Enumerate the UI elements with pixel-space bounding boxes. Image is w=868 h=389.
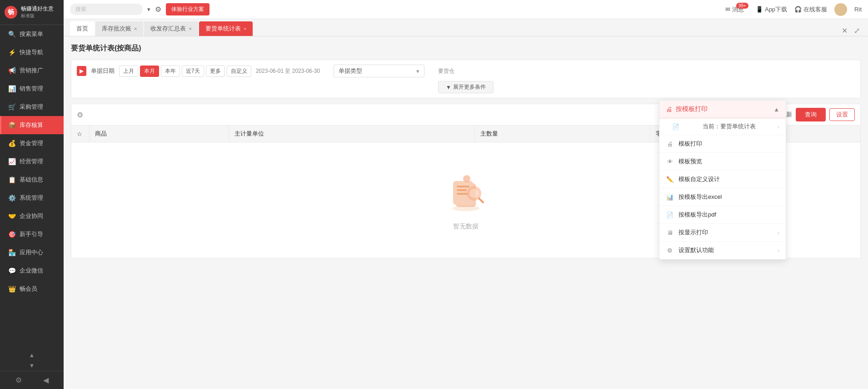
vip-icon: 👑: [8, 285, 16, 293]
sidebar-item-label: 企业协同: [20, 212, 43, 220]
dropdown-template-icon: 📄: [672, 123, 679, 130]
empty-illustration: [443, 170, 489, 215]
set-default-icon: ⚙: [666, 247, 674, 254]
dropdown-item-label: 设置默认功能: [678, 246, 714, 254]
tab-batch-close[interactable]: ×: [134, 26, 137, 31]
sidebar-item-sales[interactable]: 📊 销售管理: [0, 80, 64, 98]
col-unit: 主计量单位: [229, 126, 475, 142]
sidebar-item-wechat[interactable]: 💬 企业微信: [0, 262, 64, 280]
print-dropdown-menu: 🖨 按模板打印 ▲ 📄 当前：要货单统计表 › 🖨 模板打印 👁 模板预览: [659, 100, 786, 260]
app-icon: 📱: [756, 6, 763, 13]
sidebar-item-system[interactable]: ⚙️ 系统管理: [0, 189, 64, 207]
dropdown-item-template-preview[interactable]: 👁 模板预览: [659, 153, 786, 171]
expand-window-icon[interactable]: ⤢: [852, 25, 862, 36]
sidebar-scroll-up[interactable]: ▲: [0, 350, 64, 360]
tab-order-stat[interactable]: 要货单统计表 ×: [199, 21, 253, 36]
query-button[interactable]: 查询: [796, 108, 826, 121]
filter-expand-arrow[interactable]: ▶: [77, 66, 86, 76]
template-excel-icon: 📊: [666, 194, 674, 201]
dropdown-item-template-custom[interactable]: ✏️ 模板自定义设计: [659, 171, 786, 188]
tab-collection-label: 收发存汇总表: [150, 25, 186, 33]
warehouse-filter-label: 要货仓: [438, 67, 454, 75]
dropdown-item-label: 模板预览: [678, 157, 702, 166]
sidebar-item-finance[interactable]: 💰 资金管理: [0, 134, 64, 152]
current-template-label: 当前：要货单统计表: [703, 122, 756, 131]
message-button[interactable]: ✉ 消息 99+: [725, 5, 744, 14]
sidebar-item-guide[interactable]: 🎯 新手引导: [0, 225, 64, 243]
tab-home[interactable]: 首页: [70, 21, 95, 36]
sidebar-item-collab[interactable]: 🤝 企业协同: [0, 207, 64, 225]
app-logo: 畅 畅赚通好生意 标准版: [0, 0, 64, 25]
sidebar-item-label: 企业微信: [20, 267, 43, 275]
tab-batch[interactable]: 库存批次账 ×: [95, 21, 143, 36]
svg-point-7: [469, 189, 479, 198]
sidebar-footer: ⚙ ◀: [0, 371, 64, 389]
toolbar-left: ⚙: [77, 111, 83, 119]
window-controls: ✕ ⤢: [840, 25, 862, 36]
inventory-icon: 📦: [8, 121, 16, 129]
dropdown-item-set-default[interactable]: ⚙ 设置默认功能 ›: [659, 242, 786, 259]
collapse-icon[interactable]: ◀: [43, 376, 49, 384]
dropdown-item-template-print[interactable]: 🖨 模板打印: [659, 135, 786, 153]
date-btn-this-year[interactable]: 本年: [161, 66, 180, 77]
sidebar-item-search[interactable]: 🔍 搜索菜单: [0, 25, 64, 43]
sidebar-scroll-down[interactable]: ▼: [0, 360, 64, 371]
online-service-button[interactable]: 🎧 在线客服: [794, 5, 827, 14]
dropdown-collapse-icon[interactable]: ▲: [773, 106, 779, 113]
tab-collection-close[interactable]: ×: [189, 26, 191, 31]
select-all-icon[interactable]: ☆: [77, 131, 82, 137]
sidebar-item-inventory[interactable]: 📦 库存核算: [0, 116, 64, 134]
sidebar-item-basic[interactable]: 📋 基础信息: [0, 171, 64, 189]
sidebar-item-purchase[interactable]: 🛒 采购管理: [0, 98, 64, 116]
tab-bar: 首页 库存批次账 × 收发存汇总表 × 要货单统计表 × ✕ ⤢: [64, 19, 868, 36]
sidebar-item-label: 新手引导: [20, 230, 43, 238]
dropdown-item-label: 按显示打印: [678, 228, 708, 237]
sidebar-item-label: 搜索菜单: [20, 30, 43, 38]
type-filter-select[interactable]: 单据类型 ▾: [334, 65, 424, 77]
sidebar-item-operations[interactable]: 📈 经营管理: [0, 152, 64, 171]
sidebar-item-marketing[interactable]: 📢 营销推广: [0, 61, 64, 80]
page-content: 要货单统计表(按商品) ▶ 单据日期 上月 本月 本年 近7天 更多 自定义 2…: [64, 36, 868, 389]
message-badge: 99+: [736, 3, 748, 9]
app-badge: 标准版: [21, 13, 54, 19]
topbar-search-text: 搜索: [75, 6, 86, 12]
dropdown-item-display-print[interactable]: 🖥 按显示打印 ›: [659, 224, 786, 242]
sidebar-item-label: 系统管理: [20, 194, 43, 202]
topbar-gear-icon[interactable]: ⚙: [155, 5, 161, 14]
app-download-label: App下载: [765, 5, 787, 14]
app-download-button[interactable]: 📱 App下载: [756, 5, 787, 14]
type-filter-label: 单据类型: [339, 67, 362, 75]
display-print-arrow: ›: [778, 229, 779, 236]
dropdown-current-template[interactable]: 📄 当前：要货单统计表 ›: [659, 118, 786, 135]
date-btn-this-month[interactable]: 本月: [140, 66, 159, 77]
svg-rect-4: [457, 189, 467, 191]
settings-button[interactable]: 设置: [829, 108, 855, 121]
tab-collection[interactable]: 收发存汇总表 ×: [144, 21, 198, 36]
topbar-dropdown-icon[interactable]: ▾: [147, 6, 150, 13]
basic-icon: 📋: [8, 176, 16, 183]
app-name: 畅赚通好生意: [21, 5, 54, 13]
dropdown-item-template-pdf[interactable]: 📄 按模板导出pdf: [659, 206, 786, 224]
date-btn-last-month[interactable]: 上月: [119, 66, 138, 77]
finance-icon: 💰: [8, 140, 16, 147]
dropdown-item-label: 模板自定义设计: [678, 175, 720, 183]
operations-icon: 📈: [8, 158, 16, 165]
purchase-icon: 🛒: [8, 103, 16, 111]
sidebar-item-vip[interactable]: 👑 畅会员: [0, 280, 64, 298]
close-window-icon[interactable]: ✕: [840, 25, 849, 36]
table-settings-icon[interactable]: ⚙: [77, 111, 83, 119]
dropdown-item-label: 按模板导出pdf: [678, 211, 716, 219]
date-btn-more[interactable]: 更多: [206, 66, 225, 77]
settings-icon[interactable]: ⚙: [15, 376, 22, 384]
dropdown-title: 按模板打印: [676, 105, 708, 113]
user-avatar[interactable]: [834, 3, 847, 16]
date-btn-7days[interactable]: 近7天: [182, 66, 204, 77]
industry-button[interactable]: 体验行业方案: [166, 3, 210, 15]
sidebar-item-quick-nav[interactable]: ⚡ 快捷导航: [0, 43, 64, 61]
dropdown-item-template-excel[interactable]: 📊 按模板导出excel: [659, 188, 786, 206]
expand-more-button[interactable]: ▼ 展开更多条件: [438, 81, 494, 93]
tab-order-stat-close[interactable]: ×: [244, 26, 246, 31]
wechat-icon: 💬: [8, 267, 16, 274]
date-btn-custom[interactable]: 自定义: [227, 66, 251, 77]
sidebar-item-appstore[interactable]: 🏪 应用中心: [0, 243, 64, 262]
